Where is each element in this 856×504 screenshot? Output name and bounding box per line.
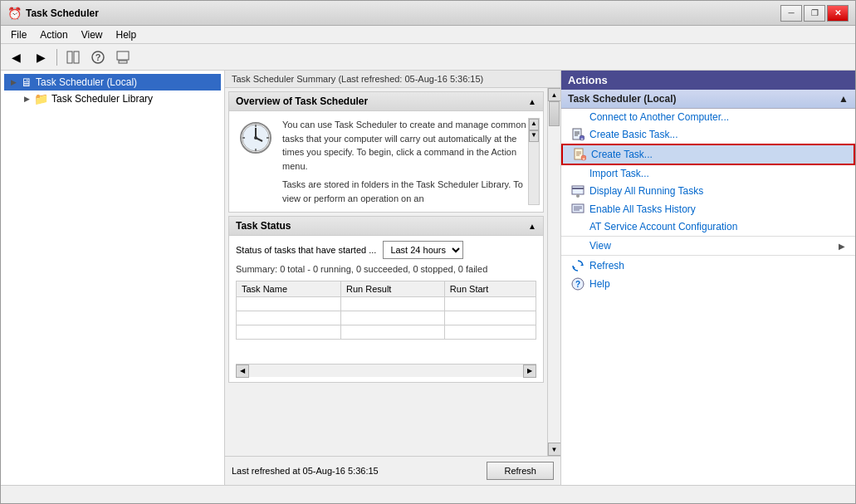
window-controls: ─ ❐ ✕ (780, 5, 849, 22)
svg-point-29 (576, 194, 580, 198)
tree-expand-local[interactable]: ▶ (7, 76, 19, 88)
task-status-collapse-btn[interactable]: ▲ (528, 222, 536, 231)
bottom-bar: Last refreshed at 05-Aug-16 5:36:15 Refr… (225, 456, 560, 485)
status-bar-text (4, 490, 7, 500)
overview-collapse-btn[interactable]: ▲ (528, 97, 536, 106)
clock-icon-container (236, 118, 276, 158)
table-row (237, 325, 536, 340)
action-connect-label: Connect to Another Computer... (589, 111, 729, 123)
action-separator-1 (561, 236, 855, 237)
close-button[interactable]: ✕ (827, 5, 849, 22)
overview-text-area: You can use Task Scheduler to create and… (282, 118, 536, 205)
table-row (237, 297, 536, 311)
action-refresh[interactable]: Refresh (561, 257, 855, 275)
svg-text:?: ? (575, 280, 580, 289)
col-task-name: Task Name (237, 281, 341, 297)
svg-rect-27 (572, 186, 584, 194)
menu-help[interactable]: Help (110, 27, 144, 42)
hscroll-track[interactable] (249, 365, 523, 377)
toolbar-show-hide-button[interactable] (61, 46, 85, 68)
task-filter-row: Status of tasks that have started ... La… (236, 241, 536, 259)
status-bar-bottom (1, 485, 855, 503)
computer-icon: 🖥 (21, 76, 32, 89)
task-status-header: Task Status ▲ (229, 217, 543, 236)
action-at-service[interactable]: AT Service Account Configuration (561, 218, 855, 235)
create-task-icon: + (573, 148, 586, 161)
tree-item-local[interactable]: ▶ 🖥 Task Scheduler (Local) (4, 74, 221, 91)
action-create-task[interactable]: + Create Task... (561, 144, 855, 165)
enable-history-icon (571, 203, 585, 216)
filter-label: Status of tasks that have started ... (236, 245, 376, 255)
action-at-service-label: AT Service Account Configuration (589, 221, 737, 232)
overview-text: You can use Task Scheduler to create and… (282, 118, 536, 173)
vscroll-track[interactable] (548, 101, 560, 443)
actions-section-collapse[interactable]: ▲ (839, 93, 849, 105)
table-row (237, 311, 536, 325)
menu-action[interactable]: Action (33, 27, 74, 42)
refresh-button[interactable]: Refresh (487, 462, 554, 480)
tree-item-library-label: Task Scheduler Library (51, 93, 153, 105)
summary-status-text: Task Scheduler Summary (Last refreshed: … (232, 74, 483, 84)
horizontal-scrollbar: ◀ ▶ (236, 364, 536, 377)
actions-panel: Actions Task Scheduler (Local) ▲ Connect… (560, 71, 855, 485)
overview-scroll-up[interactable]: ▲ (529, 119, 539, 130)
toolbar: ◀ ▶ ? (1, 44, 855, 71)
col-run-result: Run Result (340, 281, 444, 297)
svg-text:+: + (582, 156, 585, 161)
action-import[interactable]: Import Task... (561, 165, 855, 182)
overview-text-2: Tasks are stored in folders in the Task … (282, 178, 536, 205)
menu-file[interactable]: File (4, 27, 33, 42)
task-status-title: Task Status (236, 220, 291, 232)
window-title: Task Scheduler (26, 7, 780, 19)
action-connect[interactable]: Connect to Another Computer... (561, 109, 855, 125)
action-create-basic-label: Create Basic Task... (589, 129, 678, 140)
overview-content: You can use Task Scheduler to create and… (229, 111, 543, 212)
svg-rect-28 (572, 188, 584, 189)
minimize-button[interactable]: ─ (780, 5, 802, 22)
display-running-icon (571, 184, 585, 198)
action-refresh-label: Refresh (589, 260, 624, 272)
action-import-label: Import Task... (589, 168, 649, 179)
overview-scroll-down[interactable]: ▼ (529, 130, 539, 142)
toolbar-export-button[interactable] (111, 46, 135, 68)
hscroll-left[interactable]: ◀ (236, 365, 249, 378)
action-create-basic[interactable]: + Create Basic Task... (561, 125, 855, 144)
toolbar-back-button[interactable]: ◀ (4, 46, 27, 68)
actions-header-label: Actions (568, 74, 608, 86)
main-window: ⏰ Task Scheduler ─ ❐ ✕ File Action View … (0, 0, 856, 504)
action-display-running[interactable]: Display All Running Tasks (561, 182, 855, 200)
overview-title: Overview of Task Scheduler (236, 95, 368, 107)
folder-icon: 📁 (34, 92, 48, 105)
toolbar-help-button[interactable]: ? (86, 46, 110, 68)
clock-icon (239, 121, 272, 154)
tree-expand-library[interactable]: ▶ (21, 93, 32, 105)
action-view[interactable]: View ▶ (561, 237, 855, 254)
action-help[interactable]: ? Help (561, 275, 855, 293)
vscroll-thumb[interactable] (549, 101, 560, 126)
task-table-header-row: Task Name Run Result Run Start (237, 281, 536, 297)
task-table-body (237, 297, 536, 340)
svg-point-10 (254, 136, 257, 139)
restore-button[interactable]: ❐ (804, 5, 825, 22)
actions-section-header[interactable]: Task Scheduler (Local) ▲ (561, 90, 855, 109)
menu-view[interactable]: View (75, 27, 110, 42)
overview-scrollbar[interactable]: ▲ ▼ (528, 118, 540, 205)
action-enable-history[interactable]: Enable All Tasks History (561, 200, 855, 218)
time-filter-dropdown[interactable]: Last 24 hours Last Hour Last 7 days Last… (383, 241, 463, 259)
tree-item-library[interactable]: ▶ 📁 Task Scheduler Library (17, 91, 221, 107)
help-icon: ? (571, 277, 585, 291)
vscroll-down[interactable]: ▼ (548, 443, 561, 456)
tree-panel: ▶ 🖥 Task Scheduler (Local) ▶ 📁 Task Sche… (1, 71, 225, 485)
hscroll-right[interactable]: ▶ (523, 365, 536, 378)
task-table-head: Task Name Run Result Run Start (237, 281, 536, 297)
vscroll-up[interactable]: ▲ (548, 88, 561, 101)
center-panel: Task Scheduler Summary (Last refreshed: … (225, 71, 560, 485)
svg-rect-4 (117, 51, 129, 60)
action-help-label: Help (589, 278, 610, 290)
refresh-icon (571, 259, 585, 272)
action-display-running-label: Display All Running Tasks (589, 185, 703, 197)
col-run-start: Run Start (444, 281, 536, 297)
toolbar-forward-button[interactable]: ▶ (29, 46, 52, 68)
action-create-task-label: Create Task... (591, 149, 653, 160)
main-vscrollbar: ▲ ▼ (547, 88, 560, 456)
